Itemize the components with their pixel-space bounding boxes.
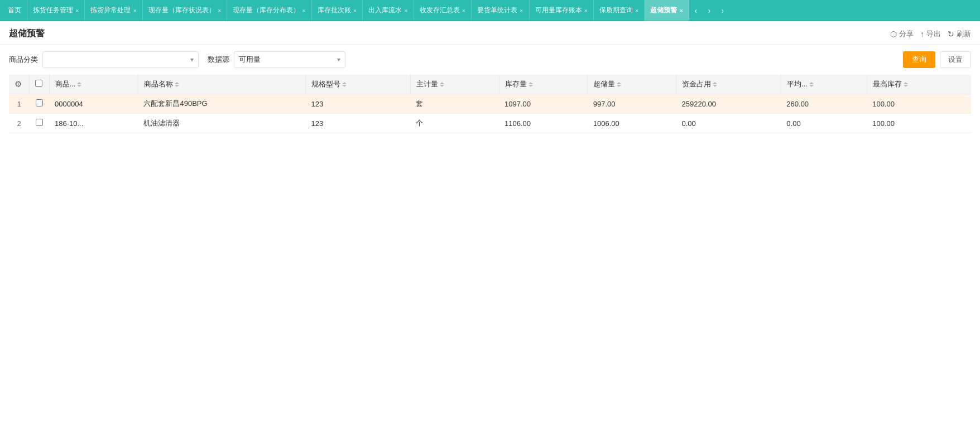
nav-tab-batch-close[interactable]: ×	[353, 7, 357, 14]
row-product-name: 机油滤清器	[138, 114, 305, 133]
col-max-stock[interactable]: 最高库存	[867, 75, 971, 94]
nav-tab-stock-status-label: 现存量（库存状况表）	[148, 6, 215, 15]
query-button[interactable]: 查询	[903, 51, 935, 68]
col-spec-sort[interactable]	[342, 82, 347, 87]
col-stock[interactable]: 库存量	[499, 75, 588, 94]
nav-tab-expiry[interactable]: 保质期查询 ×	[594, 0, 645, 21]
datasource-select[interactable]: 可用量 ▾	[234, 51, 345, 68]
row-max-stock: 100.00	[867, 114, 971, 133]
nav-tab-stock-status-close[interactable]: ×	[218, 7, 221, 14]
nav-tab-requisition[interactable]: 要货单统计表 ×	[472, 0, 529, 21]
table-row: 1 0000004 六配套新昌490BPG 123 套 1097.00 997.…	[9, 94, 971, 114]
col-avg-label: 平均...	[787, 79, 808, 89]
settings-button[interactable]: 设置	[940, 51, 971, 68]
row-spec: 123	[305, 114, 410, 133]
nav-tab-home-label: 首页	[8, 6, 21, 15]
col-stock-sort[interactable]	[529, 82, 533, 87]
sort-up-icon	[77, 82, 81, 84]
col-product-name-label: 商品名称	[144, 79, 173, 89]
nav-tab-overstock[interactable]: 超储预警 ×	[645, 0, 689, 21]
table-body: 1 0000004 六配套新昌490BPG 123 套 1097.00 997.…	[9, 94, 971, 133]
datasource-select-arrow-icon: ▾	[337, 56, 340, 64]
category-filter-group: 商品分类 ▾	[9, 51, 199, 68]
col-product-name-sort[interactable]	[175, 82, 179, 87]
col-avg-sort[interactable]	[809, 82, 814, 87]
nav-tab-requisition-close[interactable]: ×	[520, 7, 523, 14]
sort-down-icon	[77, 85, 81, 87]
nav-tab-overstock-close[interactable]: ×	[679, 7, 683, 14]
sort-down-icon	[809, 85, 814, 87]
row-max-stock: 100.00	[867, 94, 971, 114]
nav-more-button[interactable]: ›	[716, 0, 729, 21]
nav-tab-task[interactable]: 拣货任务管理 ×	[27, 0, 85, 21]
row-capital: 0.00	[676, 114, 781, 133]
row-capital: 259220.00	[676, 94, 781, 114]
export-label: 导出	[926, 29, 941, 39]
page-header: 超储预警 ⬡ 分享 ↑ 导出 ↻ 刷新	[0, 21, 980, 45]
col-avg[interactable]: 平均...	[781, 75, 867, 94]
sort-up-icon	[529, 82, 533, 84]
col-spec[interactable]: 规格型号	[305, 75, 410, 94]
nav-next-button[interactable]: ›	[703, 0, 716, 21]
col-unit[interactable]: 主计量	[410, 75, 499, 94]
col-capital[interactable]: 资金占用	[676, 75, 781, 94]
select-all-checkbox[interactable]	[35, 80, 42, 87]
col-overstock[interactable]: 超储量	[588, 75, 676, 94]
header-actions: ⬡ 分享 ↑ 导出 ↻ 刷新	[890, 29, 971, 39]
nav-prev-button[interactable]: ‹	[689, 0, 703, 21]
nav-tab-summary[interactable]: 收发存汇总表 ×	[414, 0, 472, 21]
nav-tab-batch[interactable]: 库存批次账 ×	[312, 0, 363, 21]
table-row: 2 186-10... 机油滤清器 123 个 1106.00 1006.00 …	[9, 114, 971, 133]
nav-tab-task-close[interactable]: ×	[75, 7, 79, 14]
nav-tab-exception-label: 拣货异常处理	[90, 6, 131, 15]
row-checkbox-cell	[29, 114, 49, 133]
row-checkbox[interactable]	[36, 119, 43, 126]
nav-tab-summary-close[interactable]: ×	[462, 7, 465, 14]
datasource-filter-label: 数据源	[208, 55, 229, 65]
sort-down-icon	[175, 85, 179, 87]
row-avg: 260.00	[781, 94, 867, 114]
col-product-code-sort[interactable]	[77, 82, 81, 87]
col-product-name[interactable]: 商品名称	[138, 75, 305, 94]
refresh-button[interactable]: ↻ 刷新	[948, 29, 971, 39]
nav-tab-available-label: 可用量库存账本	[535, 6, 582, 15]
page-title: 超储预警	[9, 28, 45, 40]
share-label: 分享	[899, 29, 914, 39]
row-checkbox[interactable]	[36, 99, 43, 106]
table-header-row: ⚙ 商品...	[9, 75, 971, 94]
nav-tab-exception[interactable]: 拣货异常处理 ×	[85, 0, 142, 21]
nav-tab-batch-label: 库存批次账	[318, 6, 351, 15]
column-settings-icon[interactable]: ⚙	[15, 79, 22, 89]
export-button[interactable]: ↑ 导出	[920, 29, 941, 39]
nav-tab-inout[interactable]: 出入库流水 ×	[363, 0, 414, 21]
col-product-code-label: 商品...	[55, 79, 76, 89]
row-number: 1	[9, 94, 29, 114]
nav-tab-summary-label: 收发存汇总表	[420, 6, 460, 15]
col-capital-sort[interactable]	[713, 82, 717, 87]
sort-down-icon	[342, 85, 347, 87]
share-button[interactable]: ⬡ 分享	[890, 29, 914, 39]
col-unit-sort[interactable]	[440, 82, 444, 87]
nav-tab-stock-status[interactable]: 现存量（库存状况表） ×	[143, 0, 227, 21]
table-container: ⚙ 商品...	[0, 75, 980, 133]
row-product-code: 186-10...	[49, 114, 138, 133]
col-spec-label: 规格型号	[311, 79, 340, 89]
nav-tab-available-close[interactable]: ×	[584, 7, 588, 14]
page-container: 超储预警 ⬡ 分享 ↑ 导出 ↻ 刷新 商品分类 ▾ 数据源	[0, 21, 980, 446]
col-product-code[interactable]: 商品...	[49, 75, 138, 94]
nav-tab-overstock-label: 超储预警	[650, 6, 677, 15]
nav-tab-inout-close[interactable]: ×	[404, 7, 407, 14]
nav-tab-available[interactable]: 可用量库存账本 ×	[530, 0, 594, 21]
col-settings: ⚙	[9, 75, 29, 94]
share-icon: ⬡	[890, 30, 897, 38]
nav-tab-stock-dist-close[interactable]: ×	[302, 7, 305, 14]
col-overstock-sort[interactable]	[617, 82, 621, 87]
row-avg: 0.00	[781, 114, 867, 133]
nav-tab-home[interactable]: 首页	[2, 0, 27, 21]
datasource-filter-group: 数据源 可用量 ▾	[208, 51, 345, 68]
nav-tab-exception-close[interactable]: ×	[133, 7, 136, 14]
category-select[interactable]: ▾	[42, 51, 199, 68]
nav-tab-stock-dist[interactable]: 现存量（库存分布表） ×	[227, 0, 311, 21]
nav-tab-expiry-close[interactable]: ×	[635, 7, 638, 14]
col-max-stock-sort[interactable]	[904, 82, 908, 87]
